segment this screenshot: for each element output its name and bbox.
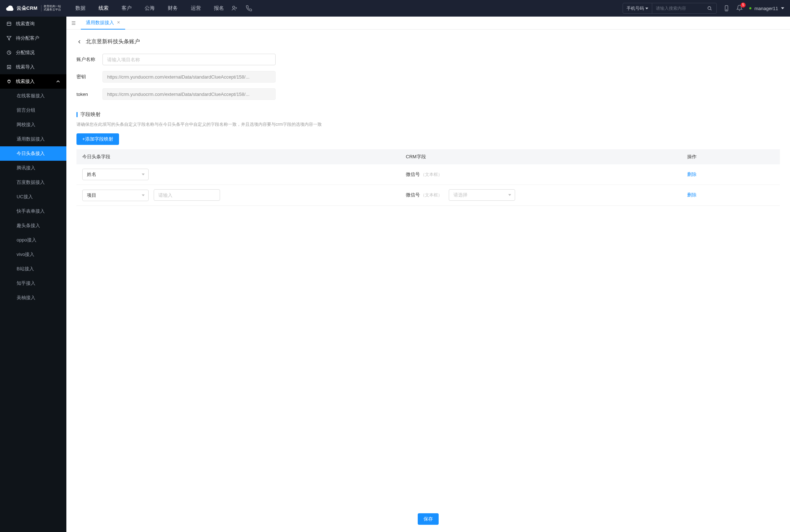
sidebar-sub-baidu[interactable]: 百度数据接入 bbox=[0, 175, 66, 190]
tab-generic-data[interactable]: 通用数据接入 ✕ bbox=[81, 17, 125, 30]
mapping-table: 今日头条字段 CRM字段 操作 姓名 微信号 （文本框） bbox=[76, 149, 780, 206]
col-toutiao: 今日头条字段 bbox=[76, 149, 400, 164]
collapse-sidebar-button[interactable] bbox=[70, 19, 77, 27]
toutiao-field-input[interactable] bbox=[154, 189, 220, 201]
user-menu[interactable]: manager11 bbox=[749, 6, 784, 11]
nav-clue[interactable]: 线索 bbox=[98, 5, 109, 12]
svg-point-3 bbox=[726, 10, 727, 10]
crm-field-display: 微信号 （文本框） bbox=[406, 171, 442, 178]
sidebar-sub-online[interactable]: 在线客服接入 bbox=[0, 89, 66, 103]
table-row: 姓名 微信号 （文本框） 删除 bbox=[76, 164, 780, 185]
add-mapping-button[interactable]: +添加字段映射 bbox=[76, 133, 119, 145]
toutiao-field-select[interactable]: 项目 bbox=[82, 190, 149, 201]
sidebar-sub-tencent[interactable]: 腾讯接入 bbox=[0, 161, 66, 175]
search-combo: 手机号码 bbox=[623, 3, 717, 14]
section-description: 请确保您在此填写的头条自定义字段名称与在今日头条平台中自定义的字段名称一致，并且… bbox=[76, 121, 780, 128]
token-input[interactable] bbox=[102, 88, 276, 100]
crm-field-display: 微信号 （文本框） bbox=[406, 192, 442, 198]
sidebar-item-clue-query[interactable]: 线索查询 bbox=[0, 17, 66, 31]
col-ops: 操作 bbox=[681, 149, 780, 164]
chevron-down-icon bbox=[645, 8, 648, 9]
nav-public[interactable]: 公海 bbox=[145, 5, 155, 12]
svg-point-0 bbox=[233, 6, 235, 8]
search-icon bbox=[707, 6, 712, 11]
sidebar-item-access[interactable]: 线索接入 bbox=[0, 74, 66, 89]
form-row-token: token bbox=[76, 88, 780, 100]
mobile-icon[interactable] bbox=[723, 5, 730, 12]
delete-link[interactable]: 删除 bbox=[687, 172, 697, 177]
nav-operation[interactable]: 运营 bbox=[191, 5, 201, 12]
nav-data[interactable]: 数据 bbox=[75, 5, 85, 12]
nav-customer[interactable]: 客户 bbox=[122, 5, 132, 12]
top-nav: 数据 线索 客户 公海 财务 运营 报名 bbox=[75, 5, 224, 12]
pie-icon bbox=[6, 50, 12, 55]
notification-button[interactable]: 5 bbox=[736, 5, 743, 12]
list-icon bbox=[6, 21, 12, 26]
sidebar-sub-uc[interactable]: UC接入 bbox=[0, 190, 66, 204]
brand-subtitle: 教育机构一站 式服务云平台 bbox=[41, 5, 61, 12]
sidebar: 线索查询 待分配客户 分配情况 线索导入 线索接入 在线客服接入 留言分组 网校… bbox=[0, 17, 66, 214]
main: 通用数据接入 ✕ 北京昱新科技头条账户 账户名称 密钥 token 字段映射 请… bbox=[66, 17, 790, 214]
search-type-select[interactable]: 手机号码 bbox=[623, 3, 652, 13]
account-input[interactable] bbox=[102, 54, 276, 65]
logo: 云朵CRM 教育机构一站 式服务云平台 bbox=[6, 4, 61, 13]
user-add-icon[interactable] bbox=[231, 5, 238, 12]
svg-rect-4 bbox=[7, 22, 11, 25]
section-bar-icon bbox=[76, 112, 78, 117]
phone-icon[interactable] bbox=[246, 5, 252, 12]
sidebar-sub-school[interactable]: 网校接入 bbox=[0, 118, 66, 132]
chevron-up-icon bbox=[56, 80, 60, 83]
table-row: 项目 微信号 （文本框） 请选择 删除 bbox=[76, 185, 780, 206]
sidebar-item-assignment[interactable]: 分配情况 bbox=[0, 45, 66, 60]
plug-icon bbox=[6, 79, 12, 84]
nav-finance[interactable]: 财务 bbox=[168, 5, 178, 12]
search-input[interactable] bbox=[652, 6, 703, 11]
brand-name: 云朵CRM bbox=[17, 5, 38, 12]
close-icon[interactable]: ✕ bbox=[117, 20, 120, 25]
import-icon bbox=[6, 65, 12, 70]
sidebar-sub-message[interactable]: 留言分组 bbox=[0, 103, 66, 118]
form-row-secret: 密钥 bbox=[76, 71, 780, 83]
secret-label: 密钥 bbox=[76, 74, 102, 80]
chevron-down-icon bbox=[781, 7, 784, 9]
toutiao-field-select[interactable]: 姓名 bbox=[82, 169, 149, 180]
breadcrumb: 北京昱新科技头条账户 bbox=[76, 38, 780, 45]
secret-input[interactable] bbox=[102, 71, 276, 83]
funnel-icon bbox=[6, 36, 12, 41]
back-icon[interactable] bbox=[76, 39, 82, 45]
header-quick-icons bbox=[231, 5, 252, 12]
section-title: 字段映射 bbox=[76, 111, 780, 118]
menu-collapse-icon bbox=[71, 21, 76, 25]
account-label: 账户名称 bbox=[76, 56, 102, 63]
cloud-icon bbox=[6, 4, 14, 13]
header: 云朵CRM 教育机构一站 式服务云平台 数据 线索 客户 公海 财务 运营 报名… bbox=[0, 0, 790, 17]
sidebar-item-import[interactable]: 线索导入 bbox=[0, 60, 66, 74]
nav-signup[interactable]: 报名 bbox=[214, 5, 224, 12]
sidebar-item-unassigned[interactable]: 待分配客户 bbox=[0, 31, 66, 45]
page-title: 北京昱新科技头条账户 bbox=[86, 38, 140, 45]
crm-field-select[interactable]: 请选择 bbox=[449, 189, 515, 201]
sidebar-sub-toutiao[interactable]: 今日头条接入 bbox=[0, 146, 66, 161]
notification-badge: 5 bbox=[741, 3, 746, 8]
col-crm: CRM字段 bbox=[400, 149, 681, 164]
status-dot bbox=[749, 7, 751, 9]
username: manager11 bbox=[754, 6, 778, 11]
sidebar-sub-kuaishou[interactable]: 快手表单接入 bbox=[0, 204, 66, 214]
search-button[interactable] bbox=[703, 3, 716, 13]
delete-link[interactable]: 删除 bbox=[687, 192, 697, 198]
form-row-account: 账户名称 bbox=[76, 54, 780, 65]
svg-point-1 bbox=[708, 6, 711, 9]
token-label: token bbox=[76, 92, 102, 97]
content: 北京昱新科技头条账户 账户名称 密钥 token 字段映射 请确保您在此填写的头… bbox=[66, 30, 790, 214]
header-right: 手机号码 5 manager11 bbox=[623, 3, 784, 14]
mapping-section: 字段映射 请确保您在此填写的头条自定义字段名称与在今日头条平台中自定义的字段名称… bbox=[76, 111, 780, 206]
sidebar-sub-generic[interactable]: 通用数据接入 bbox=[0, 132, 66, 146]
tab-bar: 通用数据接入 ✕ bbox=[66, 17, 790, 30]
